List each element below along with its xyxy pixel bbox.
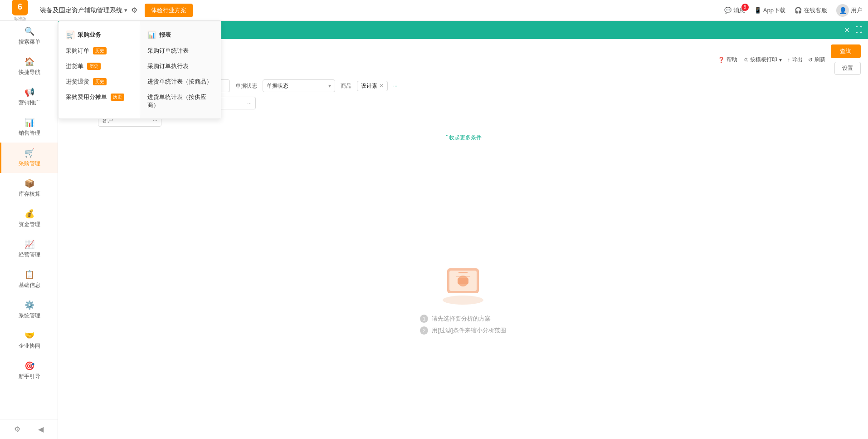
sidebar-item-guide[interactable]: 🎯 新手引导 [0,355,58,386]
user-menu-button[interactable]: 👤 用户 [836,4,863,17]
sidebar-item-operations[interactable]: 📈 经营管理 [0,234,58,264]
set-button[interactable]: 设置 [834,62,861,75]
menu-item-purchase-expense[interactable]: 采购费用分摊单 历史 [59,89,140,105]
app-download-label: App下载 [763,6,785,15]
phone-icon: 📱 [754,7,761,14]
goods-return-label: 进货退货 [66,78,89,86]
marketing-icon: 📢 [24,87,34,97]
logo-area: 6 标准版 [5,0,34,22]
search-icon: 🔍 [24,26,34,36]
sidebar-item-label: 搜索菜单 [19,38,40,46]
refresh-icon: ↺ [808,57,813,63]
sidebar-item-label: 系统管理 [19,312,40,320]
sidebar-item-inventory[interactable]: 📦 库存核算 [0,173,58,203]
print-icon: 🖨 [743,57,748,63]
sidebar-item-marketing[interactable]: 📢 营销推广 [0,82,58,112]
menu-item-goods-receipt[interactable]: 进货单 历史 [59,59,140,74]
enterprise-icon: 🤝 [24,330,34,340]
sidebar-item-quick-nav[interactable]: 🏠 快捷导航 [0,51,58,82]
menu-col-purchase: 🛒 采购业务 采购订单 历史 进货单 历史 进货退货 历史 采购费用分摊单 历史 [59,21,140,118]
goods-tag-close[interactable]: ✕ [379,83,384,89]
filter-actions: 查询 设置 [831,44,861,75]
sidebar-settings-icon[interactable]: ⚙ [14,425,20,434]
menu-col-report-header: 📊 报表 [140,27,221,43]
menu-item-goods-stat-by-supplier[interactable]: 进货单统计表（按供应商） [140,89,221,113]
sidebar-item-enterprise[interactable]: 🤝 企业协同 [0,325,58,355]
system-dropdown-icon[interactable]: ▾ [124,7,127,14]
query-button[interactable]: 查询 [831,44,861,58]
sidebar-item-search[interactable]: 🔍 搜索菜单 [0,21,58,51]
system-icon: ⚙️ [24,300,34,310]
settings-icon[interactable]: ⚙ [131,6,137,15]
empty-hint-2: 2 用[过滤]条件来缩小分析范围 [420,326,506,335]
tab-expand-btn[interactable]: ⛶ [853,24,864,36]
export-icon: ↑ [787,57,790,63]
hint-num-2: 2 [420,326,428,335]
sidebar-item-sales[interactable]: 📊 销售管理 [0,112,58,143]
tab-close-btn[interactable]: ✕ [842,24,852,36]
sidebar-item-label: 新手引导 [19,373,40,380]
sidebar-item-label: 资金管理 [19,221,40,228]
sidebar-item-system[interactable]: ⚙️ 系统管理 [0,295,58,325]
purchase-menu-icon: 🛒 [66,30,75,39]
empty-svg [436,255,490,309]
hint-text-1: 请先选择要分析的方案 [432,315,491,323]
menu-item-goods-return[interactable]: 进货退货 历史 [59,74,140,89]
purchase-expense-label: 采购费用分摊单 [66,93,107,101]
purchase-order-stat-label: 采购订单统计表 [147,47,189,55]
logo-char: 6 [18,2,22,12]
goods-tag: 设计素 ✕ [357,81,388,91]
goods-stat-by-product-label: 进货单统计表（按商品） [147,78,212,86]
svg-rect-4 [458,278,468,284]
empty-hint-1: 1 请先选择要分析的方案 [420,315,506,323]
industry-button[interactable]: 体验行业方案 [145,4,193,17]
app-download-button[interactable]: 📱 App下载 [754,6,785,15]
goods-more-btn[interactable]: ··· [393,83,398,89]
collapse-row[interactable]: ⌃ 收起更多条件 [65,131,861,144]
purchase-order-exec-label: 采购订单执行表 [147,62,189,70]
export-button[interactable]: ↑ 导出 [787,56,803,64]
export-label: 导出 [792,56,803,64]
help-label: 帮助 [727,56,737,64]
collapse-icon: ⌃ [444,134,449,142]
menu-col-report: 📊 报表 采购订单统计表 采购订单执行表 进货单统计表（按商品） 进货单统计表（… [140,21,221,118]
empty-illustration [436,255,490,309]
purchase-menu-title: 采购业务 [78,31,101,39]
goods-tag-text: 设计素 [361,82,377,90]
sidebar-collapse-icon[interactable]: ◀ [38,425,44,434]
sidebar-item-label: 企业协同 [19,342,40,350]
menu-item-goods-stat-by-product[interactable]: 进货单统计表（按商品） [140,74,221,89]
sidebar-item-basic-info[interactable]: 📋 基础信息 [0,264,58,295]
finance-icon: 💰 [24,209,34,219]
report-menu-title: 报表 [159,31,171,39]
sidebar-item-label: 采购管理 [19,160,40,168]
system-name: 装备及固定资产辅助管理系统 [40,6,122,15]
voucher-status-select[interactable]: 单据状态 ▾ [263,79,335,92]
menu-item-purchase-order-stat[interactable]: 采购订单统计表 [140,43,221,59]
inventory-icon: 📦 [24,178,34,188]
messages-button[interactable]: 💬 消息 9 [724,6,745,15]
avatar: 👤 [836,4,849,17]
empty-state: 1 请先选择要分析的方案 2 用[过滤]条件来缩小分析范围 [58,150,868,439]
sales-icon: 📊 [24,118,34,128]
collapse-label: 收起更多条件 [449,134,482,142]
refresh-button[interactable]: ↺ 刷新 [808,56,825,64]
sidebar-item-label: 基础信息 [19,281,40,289]
goods-return-badge: 历史 [93,78,107,85]
print-label: 按模板打印 [750,56,777,64]
message-badge: 9 [741,4,749,11]
sidebar-item-finance[interactable]: 💰 资金管理 [0,203,58,234]
sidebar-item-label: 销售管理 [19,129,40,137]
menu-item-purchase-order[interactable]: 采购订单 历史 [59,43,140,59]
hint-text-2: 用[过滤]条件来缩小分析范围 [432,326,506,335]
online-service-button[interactable]: 🎧 在线客服 [795,6,827,15]
menu-col-purchase-header: 🛒 采购业务 [59,27,140,43]
menu-item-purchase-order-exec[interactable]: 采购订单执行表 [140,59,221,74]
guide-icon: 🎯 [24,361,34,371]
sidebar-item-purchase[interactable]: 🛒 采购管理 [0,143,58,173]
headset-icon: 🎧 [795,7,802,14]
sidebar: 🔍 搜索菜单 🏠 快捷导航 📢 营销推广 📊 销售管理 🛒 采购管理 📦 [0,21,58,439]
help-button[interactable]: ❓ 帮助 [718,56,737,64]
sidebar-item-label: 营销推广 [19,99,40,107]
print-button[interactable]: 🖨 按模板打印 ▾ [743,56,782,64]
